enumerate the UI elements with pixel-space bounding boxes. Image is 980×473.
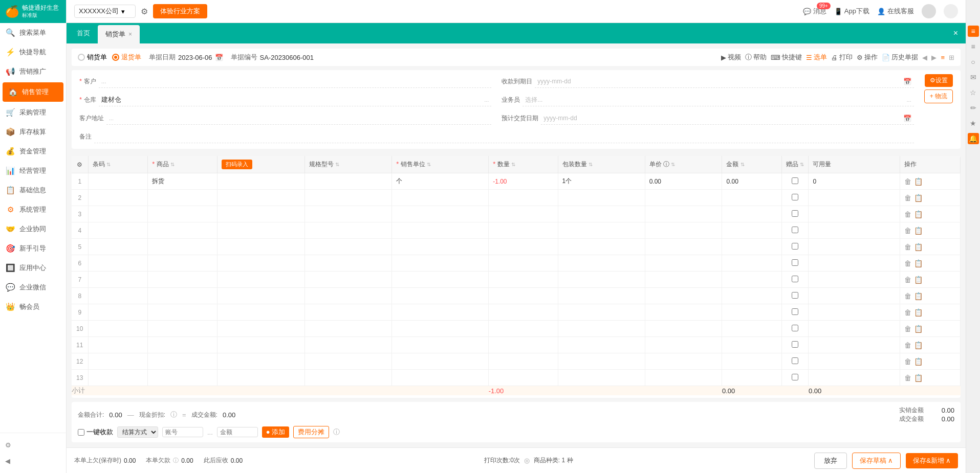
cell-spec-6[interactable] [305,272,392,288]
cell-qty-0[interactable]: -1.00 [489,173,558,190]
cell-gift-2[interactable] [782,206,809,222]
cell-pkg-8[interactable] [558,304,645,321]
cell-barcode-1[interactable] [88,190,148,206]
cell-amount-10[interactable] [722,337,782,353]
header-gear-icon[interactable]: ⚙ [141,7,148,16]
toolbar-shortcut-btn[interactable]: ⌨ 快捷键 [771,53,802,62]
sidebar-item-采购管理[interactable]: 🛒 采购管理 [0,103,66,122]
cell-pkg-11[interactable] [558,353,645,370]
cell-barcode-8[interactable] [88,304,148,321]
table-scroll-area[interactable]: ⚙ 条码 ⇅ * 商品 ⇅ 扫码录入 规格型号 ⇅ * 销售单位 ⇅ * 数量 … [72,156,961,398]
salesperson-placeholder[interactable]: 选择... [525,96,542,104]
cell-unit-11[interactable] [392,353,489,370]
copy-icon-2[interactable]: 📋 [914,210,923,218]
th-unit[interactable]: * 销售单位 ⇅ [392,156,489,173]
cell-product-6[interactable] [148,272,217,288]
cell-amount-12[interactable] [722,370,782,386]
cell-pkg-1[interactable] [558,190,645,206]
sidebar-settings-btn[interactable]: ⚙ [0,437,66,453]
logistics-btn[interactable]: + 物流 [924,89,953,103]
cell-unit-2[interactable] [392,206,489,222]
delete-icon-5[interactable]: 🗑 [904,259,911,267]
account-input[interactable] [162,427,203,437]
one-click-payment-check[interactable] [78,429,84,436]
delivery-calendar-icon[interactable]: 📅 [903,115,911,122]
sidebar-item-销售管理[interactable]: 🏠 销售管理 [3,82,63,102]
cell-barcode-11[interactable] [88,353,148,370]
cell-unit-8[interactable] [392,304,489,321]
delete-icon-4[interactable]: 🗑 [904,243,911,251]
cell-pkg-12[interactable] [558,370,645,386]
sidebar-item-系统管理[interactable]: ⚙ 系统管理 [0,200,66,219]
payment-method-select[interactable]: 结算方式 [117,426,158,438]
cell-pkg-2[interactable] [558,206,645,222]
cell-unit-4[interactable] [392,239,489,255]
copy-icon-4[interactable]: 📋 [914,243,923,251]
cell-amount-5[interactable] [722,255,782,272]
th-settings[interactable]: ⚙ [72,156,88,173]
cell-gift-12[interactable] [782,370,809,386]
cell-unit-5[interactable] [392,255,489,272]
customer-input[interactable]: ... [101,78,106,85]
cell-pkg-4[interactable] [558,239,645,255]
app-download-btn[interactable]: 📱 App下载 [834,7,869,16]
cell-product-8[interactable] [148,304,217,321]
message-btn[interactable]: 💬 消息 99+ [803,7,826,16]
cell-pkg-5[interactable] [558,255,645,272]
right-panel-btn-4[interactable]: ✉ [968,72,979,83]
sidebar-item-应用中心[interactable]: 🔲 应用中心 [0,258,66,278]
cell-product-2[interactable] [148,206,217,222]
save-draft-btn[interactable]: 保存草稿 ∧ [852,453,901,469]
th-product[interactable]: * 商品 ⇅ [148,156,217,173]
toolbar-history-btn[interactable]: 📄 历史单据 [882,53,918,62]
date-calendar-icon[interactable]: 📅 [215,54,223,61]
cell-product-11[interactable] [148,353,217,370]
cell-price-12[interactable] [645,370,722,386]
cell-amount-6[interactable] [722,272,782,288]
cell-unit-12[interactable] [392,370,489,386]
toolbar-grid-view-icon[interactable]: ⊞ [949,54,954,61]
cell-amount-7[interactable] [722,288,782,304]
cell-pkg-3[interactable] [558,222,645,239]
cell-spec-2[interactable] [305,206,392,222]
th-amount[interactable]: 金额 ⇅ [722,156,782,173]
copy-icon-10[interactable]: 📋 [914,341,923,349]
cell-price-7[interactable] [645,288,722,304]
cell-unit-9[interactable] [392,321,489,337]
cell-unit-1[interactable] [392,190,489,206]
cell-gift-11[interactable] [782,353,809,370]
cell-price-1[interactable] [645,190,722,206]
cell-price-8[interactable] [645,304,722,321]
toolbar-select-btn[interactable]: ☰ 选单 [806,53,827,62]
cell-barcode-3[interactable] [88,222,148,239]
cell-amount-0[interactable]: 0.00 [722,173,782,190]
sidebar-item-库存核算[interactable]: 📦 库存核算 [0,122,66,142]
cell-price-10[interactable] [645,337,722,353]
sidebar-item-资金管理[interactable]: 💰 资金管理 [0,142,66,161]
th-available[interactable]: 可用量 [809,156,900,173]
copy-icon-6[interactable]: 📋 [914,276,923,284]
delete-icon-6[interactable]: 🗑 [904,276,911,284]
cell-barcode-6[interactable] [88,272,148,288]
copy-icon-7[interactable]: 📋 [914,292,923,300]
cell-spec-3[interactable] [305,222,392,239]
toolbar-print-btn[interactable]: 🖨 打印 [831,53,853,62]
cell-gift-6[interactable] [782,272,809,288]
copy-icon-5[interactable]: 📋 [914,259,923,267]
cell-unit-7[interactable] [392,288,489,304]
cell-gift-7[interactable] [782,288,809,304]
cell-product-4[interactable] [148,239,217,255]
copy-icon-8[interactable]: 📋 [914,308,923,317]
copy-icon-1[interactable]: 📋 [914,194,923,202]
sidebar-item-经营管理[interactable]: 📊 经营管理 [0,161,66,181]
cell-pkg-9[interactable] [558,321,645,337]
delete-icon-12[interactable]: 🗑 [904,374,911,382]
sidebar-item-快捷导航[interactable]: ⚡ 快捷导航 [0,42,66,62]
cell-spec-11[interactable] [305,353,392,370]
customer-address-input[interactable]: ... [109,115,114,121]
copy-icon-9[interactable]: 📋 [914,325,923,333]
copy-icon-11[interactable]: 📋 [914,357,923,366]
cell-qty-6[interactable] [489,272,558,288]
payment-due-placeholder[interactable]: yyyy-mm-dd [537,78,571,85]
cell-gift-8[interactable] [782,304,809,321]
